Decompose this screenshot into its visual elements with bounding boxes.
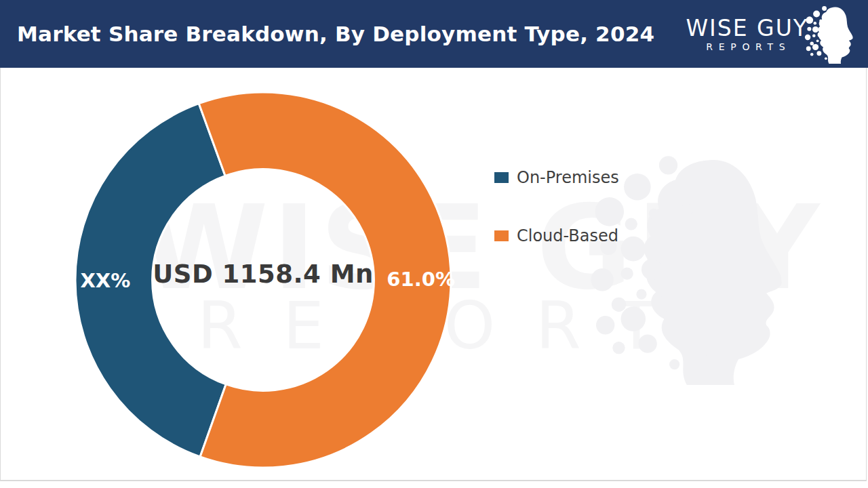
brand-logo: WISE GUY REPORTS	[686, 4, 859, 64]
logo-wordmark: WISE GUY	[686, 17, 808, 39]
legend-swatch-on-premises	[494, 172, 509, 183]
chart-center-value: USD 1158.4 Mn	[127, 260, 399, 289]
chart-area: WISE GUY REPORTS XX%61.0% USD 1158.4 Mn …	[0, 68, 867, 481]
page-title: Market Share Breakdown, By Deployment Ty…	[17, 22, 654, 46]
logo-face-icon	[802, 4, 859, 64]
legend-item-on-premises: On-Premises	[494, 169, 619, 186]
chart-legend: On-Premises Cloud-Based	[494, 169, 619, 244]
legend-item-cloud-based: Cloud-Based	[494, 228, 619, 244]
header-bar: Market Share Breakdown, By Deployment Ty…	[0, 0, 868, 68]
legend-swatch-cloud-based	[494, 230, 509, 241]
logo-subtext: REPORTS	[703, 42, 791, 52]
brand-logo-text: WISE GUY REPORTS	[686, 17, 808, 52]
slice-label-on-premises: XX%	[80, 269, 130, 292]
legend-label: On-Premises	[517, 169, 619, 186]
legend-label: Cloud-Based	[517, 228, 618, 244]
